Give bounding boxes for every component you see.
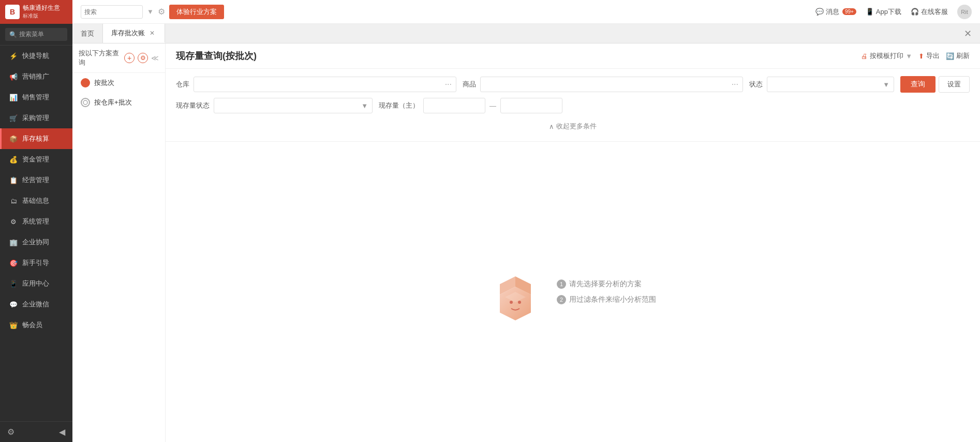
app-download-icon: 📱 xyxy=(866,8,874,16)
inventory-quantity-from[interactable] xyxy=(423,98,485,113)
empty-illustration xyxy=(489,266,541,318)
query-btn[interactable]: 查询 xyxy=(900,76,936,93)
left-panel-title: 按以下方案查询 xyxy=(79,49,124,67)
inventory-quantity-to[interactable] xyxy=(500,98,562,113)
app-download-action[interactable]: 📱 App下载 xyxy=(866,7,901,17)
sidebar-item-wechat[interactable]: 💬 企业微信 xyxy=(0,294,72,315)
tab-home[interactable]: 首页 xyxy=(72,24,103,43)
schema-active-indicator xyxy=(81,78,90,87)
print-template-btn[interactable]: 🖨 按模板打印 ▼ xyxy=(861,51,912,61)
warehouse-input[interactable]: ··· xyxy=(194,77,456,92)
tab-close-icon[interactable]: ✕ xyxy=(148,29,156,37)
online-service-action[interactable]: 🎧 在线客服 xyxy=(911,7,948,17)
tab-batch-account-label: 库存批次账 xyxy=(111,28,145,38)
search-icon: 🔍 xyxy=(9,31,17,38)
online-service-label: 在线客服 xyxy=(921,7,948,17)
message-badge: 99+ xyxy=(842,8,856,15)
sidebar-item-label: 畅会员 xyxy=(22,320,42,330)
main-area: ▼ ⚙ 体验行业方案 💬 消息 99+ 📱 App下载 🎧 在线客服 Rit xyxy=(72,0,980,442)
print-icon: 🖨 xyxy=(861,52,868,60)
refresh-btn[interactable]: 🔄 刷新 xyxy=(946,51,970,61)
svg-point-2 xyxy=(83,100,87,105)
sidebar-item-enterprise[interactable]: 🏢 企业协同 xyxy=(0,232,72,253)
left-panel-header-actions: + ⚙ ≪ xyxy=(124,53,159,63)
sidebar-item-label: 基础信息 xyxy=(22,196,49,205)
sidebar-item-apps[interactable]: 📱 应用中心 xyxy=(0,273,72,294)
topbar-dropdown-icon[interactable]: ▼ xyxy=(147,8,154,16)
filter-row-1: 仓库 ··· 商品 ··· 状态 xyxy=(176,76,970,93)
product-more-icon[interactable]: ··· xyxy=(732,80,738,89)
topbar-settings-icon[interactable]: ⚙ xyxy=(158,7,165,17)
trial-btn[interactable]: 体验行业方案 xyxy=(169,5,224,19)
sidebar-item-label: 营销推广 xyxy=(22,72,49,81)
setting-btn[interactable]: 设置 xyxy=(939,76,970,93)
page-title: 现存量查询(按批次) xyxy=(176,50,257,62)
status-dropdown-icon: ▼ xyxy=(883,81,889,89)
sidebar-item-label: 企业协同 xyxy=(22,238,49,247)
product-input[interactable]: ··· xyxy=(480,77,743,92)
tab-batch-account[interactable]: 库存批次账 ✕ xyxy=(103,24,165,43)
schema-by-batch-label: 按批次 xyxy=(94,78,114,87)
schema-by-warehouse-batch[interactable]: 按仓库+批次 xyxy=(72,93,165,112)
sidebar-search-btn[interactable]: 🔍 搜索菜单 xyxy=(5,28,67,41)
status-select[interactable]: ▼ xyxy=(767,77,894,92)
sidebar-item-label: 资金管理 xyxy=(22,155,49,164)
inventory-status-label: 现存量状态 xyxy=(176,101,210,110)
schema-by-batch[interactable]: 按批次 xyxy=(72,73,165,93)
left-panel-header: 按以下方案查询 + ⚙ ≪ xyxy=(72,43,165,73)
empty-step-2-label: 用过滤条件来缩小分析范围 xyxy=(569,295,656,304)
schema-list: 按批次 按仓库+批次 xyxy=(72,73,165,442)
sidebar-item-basic[interactable]: 🗂 基础信息 xyxy=(0,190,72,211)
settings-schema-btn[interactable]: ⚙ xyxy=(138,53,148,63)
sidebar-item-system[interactable]: ⚙ 系统管理 xyxy=(0,211,72,232)
empty-state: 1 请先选择要分析的方案 2 用过滤条件来缩小分析范围 xyxy=(166,142,980,442)
sidebar-item-inventory[interactable]: 📦 库存核算 xyxy=(0,128,72,149)
export-btn[interactable]: ⬆ 导出 xyxy=(918,51,940,61)
empty-step-1: 1 请先选择要分析的方案 xyxy=(557,279,656,289)
sidebar-item-operation[interactable]: 📋 经营管理 xyxy=(0,170,72,190)
sidebar-item-label: 系统管理 xyxy=(22,217,49,226)
collapse-sidebar-icon[interactable]: ◀ xyxy=(59,427,65,437)
settings-icon[interactable]: ⚙ xyxy=(7,427,14,437)
user-profile[interactable]: Rit xyxy=(957,5,972,19)
tab-home-label: 首页 xyxy=(81,29,94,38)
sidebar-item-newbie[interactable]: 🎯 新手引导 xyxy=(0,253,72,273)
collapse-row[interactable]: ∧ 收起更多条件 xyxy=(176,119,970,134)
refresh-icon: 🔄 xyxy=(946,52,954,60)
sidebar-item-member[interactable]: 👑 畅会员 xyxy=(0,315,72,335)
schema-inactive-indicator xyxy=(81,98,90,107)
message-action[interactable]: 💬 消息 99+ xyxy=(815,7,856,17)
collapse-up-icon: ∧ xyxy=(549,123,554,130)
status-label: 状态 xyxy=(749,80,763,89)
sidebar-nav: ⚡ 快捷导航 📢 营销推广 📊 销售管理 🛒 采购管理 📦 库存核算 💰 资金管… xyxy=(0,46,72,421)
finance-icon: 💰 xyxy=(9,155,18,164)
topbar-right: 💬 消息 99+ 📱 App下载 🎧 在线客服 Rit xyxy=(815,5,972,19)
app-version: 标准版 xyxy=(23,12,60,20)
inventory-status-select[interactable]: ▼ xyxy=(214,98,373,113)
sidebar-item-label: 采购管理 xyxy=(22,113,49,123)
topbar-search-input[interactable] xyxy=(81,5,143,19)
sidebar-item-label: 企业微信 xyxy=(22,300,49,309)
tab-bar: 首页 库存批次账 ✕ ✕ xyxy=(72,24,980,43)
tab-bar-close-btn[interactable]: ✕ xyxy=(956,24,980,43)
warehouse-more-icon[interactable]: ··· xyxy=(445,80,452,89)
sidebar-item-marketing[interactable]: 📢 营销推广 xyxy=(0,66,72,87)
empty-step-2: 2 用过滤条件来缩小分析范围 xyxy=(557,295,656,304)
wechat-icon: 💬 xyxy=(9,300,18,309)
sidebar-item-sales[interactable]: 📊 销售管理 xyxy=(0,87,72,108)
export-icon: ⬆ xyxy=(918,52,924,60)
topbar: ▼ ⚙ 体验行业方案 💬 消息 99+ 📱 App下载 🎧 在线客服 Rit xyxy=(72,0,980,24)
sidebar-item-finance[interactable]: 💰 资金管理 xyxy=(0,149,72,170)
apps-icon: 📱 xyxy=(9,279,18,288)
sidebar-item-purchase[interactable]: 🛒 采购管理 xyxy=(0,108,72,128)
sidebar-item-shortcut[interactable]: ⚡ 快捷导航 xyxy=(0,46,72,66)
sidebar-item-label: 库存核算 xyxy=(22,134,49,143)
print-dropdown-icon[interactable]: ▼ xyxy=(905,52,912,60)
add-schema-btn[interactable]: + xyxy=(124,53,135,63)
operation-icon: 📋 xyxy=(9,175,18,185)
collapse-panel-icon[interactable]: ≪ xyxy=(151,54,159,62)
app-name: 畅康通好生意 xyxy=(23,4,60,12)
collapse-label: 收起更多条件 xyxy=(556,122,597,131)
left-panel: 按以下方案查询 + ⚙ ≪ 按批次 按仓 xyxy=(72,43,166,442)
topbar-left: ▼ ⚙ 体验行业方案 xyxy=(81,5,810,19)
